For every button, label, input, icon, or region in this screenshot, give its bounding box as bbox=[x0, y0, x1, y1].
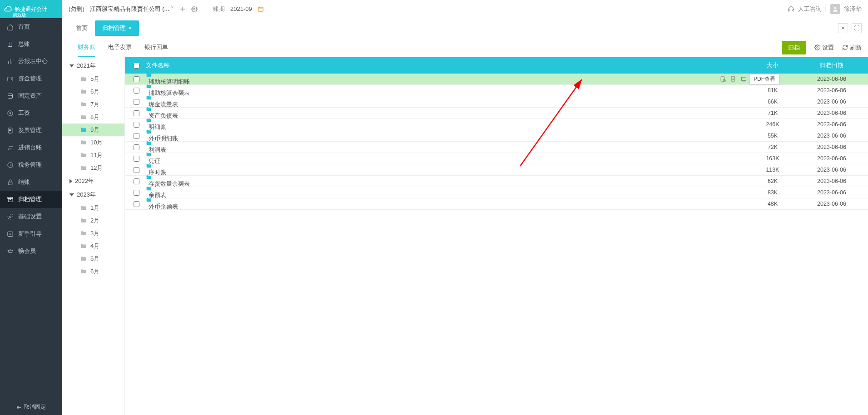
tree-year-2[interactable]: 2023年 bbox=[62, 188, 124, 202]
settings-link[interactable]: 设置 bbox=[814, 44, 834, 52]
nav-item-11[interactable]: 基础设置 bbox=[0, 208, 62, 225]
play-icon bbox=[6, 230, 14, 237]
row-date: 2023-06-06 bbox=[800, 189, 863, 196]
company-settings-button[interactable] bbox=[191, 6, 198, 12]
tree-year-0[interactable]: 2021年 bbox=[62, 59, 124, 73]
nav-item-5[interactable]: ¥工资 bbox=[0, 104, 62, 122]
nav-item-0[interactable]: 首页 bbox=[0, 18, 62, 35]
tree-year-1[interactable]: 2022年 bbox=[62, 174, 124, 188]
nav-item-13[interactable]: 畅会员 bbox=[0, 242, 62, 260]
sub-tab-0[interactable]: 财务账 bbox=[78, 38, 95, 57]
sub-tab-2[interactable]: 银行回单 bbox=[144, 38, 168, 57]
tree-month[interactable]: 4月 bbox=[62, 240, 124, 252]
calendar-icon[interactable] bbox=[258, 6, 264, 12]
tree-month[interactable]: 3月 bbox=[62, 227, 124, 240]
archive-button[interactable]: 归档 bbox=[782, 41, 806, 54]
table-row[interactable]: 外币余额表 48K 2023-06-06 bbox=[125, 198, 868, 210]
nav-item-4[interactable]: 固定资产 bbox=[0, 87, 62, 104]
nav-item-12[interactable]: 新手引导 bbox=[0, 225, 62, 242]
row-checkbox[interactable] bbox=[134, 167, 139, 173]
tree-month-label: 8月 bbox=[90, 113, 99, 121]
nav-item-label: 发票管理 bbox=[18, 126, 42, 134]
row-size: 48K bbox=[745, 201, 800, 207]
nav-item-label: 基础设置 bbox=[18, 212, 42, 221]
tree-month[interactable]: 9月 bbox=[62, 124, 124, 136]
tree-month[interactable]: 8月 bbox=[62, 111, 124, 124]
tree-month[interactable]: 6月 bbox=[62, 265, 124, 278]
svg-rect-28 bbox=[788, 10, 789, 11]
svg-rect-32 bbox=[721, 76, 724, 81]
username[interactable]: 徐泽华 bbox=[844, 5, 862, 13]
row-checkbox[interactable] bbox=[134, 144, 139, 150]
row-checkbox[interactable] bbox=[134, 201, 139, 207]
folder-icon bbox=[80, 217, 87, 224]
nav-item-8[interactable]: 税务管理 bbox=[0, 156, 62, 173]
col-header-size: 大小 bbox=[745, 61, 800, 69]
chevron-down-icon: ˅ bbox=[171, 5, 174, 12]
nav-item-7[interactable]: 进销台账 bbox=[0, 139, 62, 156]
folder-icon bbox=[146, 129, 745, 135]
pdf-view-icon[interactable] bbox=[740, 76, 747, 83]
page-tab-label: 归档管理 bbox=[102, 25, 126, 31]
settings-label: 设置 bbox=[822, 44, 834, 52]
row-checkbox[interactable] bbox=[134, 190, 139, 196]
close-icon[interactable]: × bbox=[129, 25, 132, 31]
svg-point-23 bbox=[193, 8, 195, 10]
tree-month[interactable]: 6月 bbox=[62, 85, 124, 98]
nav-item-10[interactable]: 归档管理 bbox=[0, 191, 62, 208]
row-checkbox[interactable] bbox=[134, 99, 139, 105]
tree-month[interactable]: 7月 bbox=[62, 98, 124, 111]
tree-month[interactable]: 10月 bbox=[62, 136, 124, 149]
fullscreen-button[interactable]: ⛶ bbox=[852, 23, 862, 33]
row-size: 71K bbox=[745, 110, 800, 116]
nav-item-2[interactable]: 云报表中心 bbox=[0, 53, 62, 70]
page-tab-0[interactable]: 首页 bbox=[69, 20, 95, 36]
row-checkbox[interactable] bbox=[134, 133, 139, 139]
row-checkbox[interactable] bbox=[134, 122, 139, 128]
cloud-icon bbox=[4, 5, 12, 13]
tree-month[interactable]: 1月 bbox=[62, 202, 124, 214]
unpin-button[interactable]: ⇤ 取消固定 bbox=[0, 399, 62, 415]
book-icon bbox=[6, 40, 14, 48]
tree-month[interactable]: 5月 bbox=[62, 73, 124, 85]
brand-edition: 旗舰版 bbox=[13, 12, 26, 18]
refresh-link[interactable]: 刷新 bbox=[842, 44, 862, 52]
company-selector[interactable]: 江西服宝精品有限责任公司 (... ˅ bbox=[90, 5, 174, 13]
regenerate-icon[interactable] bbox=[719, 76, 726, 83]
headset-icon bbox=[788, 5, 794, 12]
nav-item-label: 固定资产 bbox=[18, 92, 42, 100]
select-all-checkbox[interactable] bbox=[134, 63, 139, 69]
nav-item-1[interactable]: 总账 bbox=[0, 35, 62, 53]
tree-month[interactable]: 12月 bbox=[62, 162, 124, 174]
folder-icon bbox=[80, 114, 87, 120]
svg-point-30 bbox=[834, 7, 837, 9]
row-checkbox[interactable] bbox=[134, 76, 139, 82]
row-checkbox[interactable] bbox=[134, 178, 139, 184]
row-size: 163K bbox=[745, 155, 800, 162]
tree-month[interactable]: 5月 bbox=[62, 252, 124, 265]
nav-item-3[interactable]: 资金管理 bbox=[0, 70, 62, 87]
avatar[interactable] bbox=[830, 4, 840, 14]
nav-item-6[interactable]: 发票管理 bbox=[0, 122, 62, 139]
row-checkbox[interactable] bbox=[134, 88, 139, 94]
page-tab-1[interactable]: 归档管理× bbox=[95, 20, 139, 36]
row-size: 246K bbox=[745, 121, 800, 128]
row-date: 2023-06-06 bbox=[800, 99, 863, 105]
col-header-name: 文件名称 bbox=[143, 61, 745, 69]
content-toolbar: 财务账电子发票银行回单 归档 设置 刷新 bbox=[62, 38, 868, 57]
tree-month-label: 6月 bbox=[90, 267, 99, 276]
tree-month[interactable]: 11月 bbox=[62, 149, 124, 162]
add-company-button[interactable] bbox=[179, 6, 186, 12]
sub-tab-1[interactable]: 电子发票 bbox=[108, 38, 132, 57]
nav-item-9[interactable]: 结账 bbox=[0, 173, 62, 191]
brand-bar: 畅捷通好会计 旗舰版 bbox=[0, 0, 62, 18]
close-tab-button[interactable]: ✕ bbox=[838, 23, 848, 33]
tree-month[interactable]: 2月 bbox=[62, 214, 124, 227]
folder-icon bbox=[146, 72, 745, 78]
consult-link[interactable]: 人工咨询 bbox=[798, 5, 822, 13]
download-icon[interactable] bbox=[730, 76, 737, 83]
svg-marker-20 bbox=[10, 233, 11, 235]
row-checkbox[interactable] bbox=[134, 156, 139, 162]
period-value[interactable]: 2021-09 bbox=[230, 5, 252, 12]
row-checkbox[interactable] bbox=[134, 110, 139, 116]
